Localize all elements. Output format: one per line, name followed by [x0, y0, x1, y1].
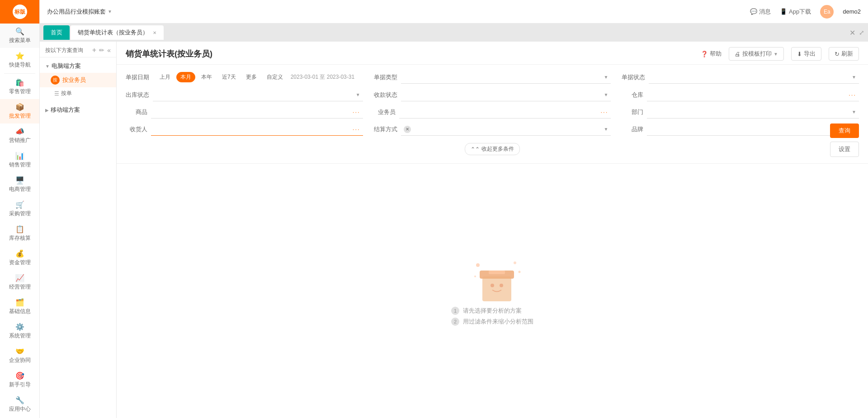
sidebar-item-newcomer-label: 新手引导 — [9, 381, 31, 389]
sidebar-item-marketing[interactable]: 📣 营销推广 — [0, 124, 39, 148]
sidebar-item-ecommerce-label: 电商管理 — [9, 185, 31, 193]
sidebar-item-finance-label: 资金管理 — [9, 259, 31, 266]
doc-type-label: 单据类型 — [374, 73, 397, 81]
scheme-group-mobile-header[interactable]: ▶ 移动端方案 — [40, 103, 116, 117]
sidebar-item-operations[interactable]: 📈 经营管理 — [0, 270, 39, 294]
sidebar-item-sales[interactable]: 📊 销售管理 — [0, 148, 39, 172]
settlement-input[interactable]: ✕ ▼ — [401, 123, 611, 136]
page-actions: ❓ 帮助 🖨 按模板打印 ▼ ⬇ 导出 ↻ 刷新 — [701, 47, 859, 61]
settlement-clear-icon[interactable]: ✕ — [404, 126, 411, 133]
sidebar-item-purchase-label: 采购管理 — [9, 210, 31, 218]
settings-button[interactable]: 设置 — [830, 142, 859, 157]
salesperson-dots-icon: ··· — [601, 109, 609, 115]
scheme-item-salesperson[interactable]: 按 按业务员 — [40, 73, 116, 87]
doc-type-input[interactable]: ▼ — [401, 71, 611, 84]
date-btn-more[interactable]: 更多 — [242, 72, 261, 82]
tip-text-2: 用过滤条件来缩小分析范围 — [463, 318, 533, 326]
filter-item-brand: 品牌 ··· — [622, 123, 859, 136]
sidebar-item-newcomer[interactable]: 🎯 新手引导 — [0, 368, 39, 392]
date-btn-this-month[interactable]: 本月 — [176, 72, 195, 82]
empty-state: 1 请先选择要分析的方案 2 用过滤条件来缩小分析范围 — [117, 164, 868, 418]
account-selector[interactable]: 办公用品行业模拟账套 ▼ — [47, 8, 112, 16]
date-range-text: 2023-03-01 至 2023-03-31 — [291, 73, 354, 81]
goods-label: 商品 — [126, 108, 147, 116]
right-panel-inner: 查询 设置 单据日期 上月 本月 本年 — [117, 65, 868, 418]
out-status-label: 出库状态 — [126, 91, 149, 99]
collapse-button[interactable]: ⌃⌃ 收起更多条件 — [465, 143, 520, 155]
app-download-button[interactable]: 📱 App下载 — [780, 8, 811, 16]
doc-status-label: 单据状态 — [622, 73, 645, 81]
filter-item-dept: 部门 ▼ — [622, 106, 859, 119]
out-status-input[interactable]: ▼ — [153, 89, 363, 101]
sidebar-item-app-center[interactable]: 🔧 应用中心 — [0, 392, 39, 417]
add-scheme-icon[interactable]: + — [92, 46, 96, 54]
date-btn-custom[interactable]: 自定义 — [263, 72, 287, 82]
sidebar-item-inventory[interactable]: 📋 库存核算 — [0, 221, 39, 246]
tab-close-icon[interactable]: ✕ — [849, 28, 855, 37]
svg-point-6 — [474, 276, 476, 277]
filter-item-doc-type: 单据类型 ▼ — [374, 71, 611, 84]
sidebar-item-system[interactable]: ⚙️ 系统管理 — [0, 319, 39, 343]
filter-item-salesperson: 业务员 ··· — [374, 106, 611, 119]
scheme-sub-item-order[interactable]: ☰ 按单 — [40, 87, 116, 100]
tab-sales-stat-close[interactable]: ✕ — [153, 30, 156, 35]
scheme-group-pc-label: 电脑端方案 — [52, 62, 81, 70]
receiver-input[interactable]: ··· — [151, 123, 363, 136]
svg-point-8 — [500, 284, 503, 287]
goods-input[interactable]: ··· — [151, 106, 363, 119]
collapse-up-icon: ⌃⌃ — [471, 146, 480, 152]
sidebar-item-search[interactable]: 🔍 搜索菜单 — [0, 24, 39, 48]
sidebar: 标版 🔍 搜索菜单 ⭐ 快捷导航 🛍️ 零售管理 📦 批发管理 📣 营销推广 📊… — [0, 0, 40, 418]
payment-status-input[interactable]: ▼ — [401, 89, 611, 101]
left-panel-actions: + ✏ « — [92, 46, 111, 54]
print-button[interactable]: 🖨 按模板打印 ▼ — [729, 47, 784, 61]
export-button[interactable]: ⬇ 导出 — [791, 47, 821, 61]
warehouse-input[interactable]: ··· — [647, 89, 859, 101]
salesperson-input[interactable]: ··· — [399, 106, 611, 119]
sidebar-item-retail[interactable]: 🛍️ 零售管理 — [0, 75, 39, 99]
warehouse-label: 仓库 — [622, 91, 643, 99]
date-btn-last7[interactable]: 近7天 — [218, 72, 240, 82]
dept-input[interactable]: ▼ — [647, 106, 859, 119]
filter-item-payment-status: 收款状态 ▼ — [374, 89, 611, 101]
refresh-button[interactable]: ↻ 刷新 — [829, 47, 859, 61]
scheme-group-pc: ▼ 电脑端方案 按 按业务员 ☰ 按单 — [40, 57, 116, 101]
sidebar-item-purchase[interactable]: 🛒 采购管理 — [0, 197, 39, 221]
logo-area: 标版 — [0, 0, 39, 24]
message-button[interactable]: 💬 消息 — [750, 8, 771, 16]
date-input[interactable]: 上月 本月 本年 近7天 更多 自定义 2023-03-01 至 2023-03… — [153, 70, 363, 84]
sidebar-item-retail-label: 零售管理 — [9, 88, 31, 95]
scheme-group-pc-header[interactable]: ▼ 电脑端方案 — [40, 59, 116, 73]
sidebar-item-finance[interactable]: 💰 资金管理 — [0, 246, 39, 270]
brand-input[interactable]: ··· — [647, 123, 859, 136]
query-button[interactable]: 查询 — [830, 124, 859, 138]
edit-scheme-icon[interactable]: ✏ — [99, 47, 104, 54]
sidebar-item-wholesale[interactable]: 📦 批发管理 — [0, 99, 39, 124]
date-btn-this-year[interactable]: 本年 — [197, 72, 216, 82]
sidebar-item-app-center-label: 应用中心 — [9, 405, 31, 413]
sidebar-item-marketing-label: 营销推广 — [9, 137, 31, 144]
topbar-left: 办公用品行业模拟账套 ▼ — [47, 8, 112, 16]
tab-sales-stat[interactable]: 销货单统计表（按业务员） ✕ — [71, 25, 164, 40]
logo-abbr: 标版 — [14, 8, 25, 16]
tab-home-label: 首页 — [51, 28, 62, 37]
date-btn-last-month[interactable]: 上月 — [156, 72, 175, 82]
help-button[interactable]: ❓ 帮助 — [701, 50, 722, 58]
sidebar-item-quick-nav[interactable]: ⭐ 快捷导航 — [0, 48, 39, 72]
sidebar-item-ecommerce[interactable]: 🖥️ 电商管理 — [0, 172, 39, 197]
user-avatar-text: Ea — [824, 9, 830, 15]
scheme-item-salesperson-icon: 按 — [51, 76, 60, 85]
collapse-panel-icon[interactable]: « — [107, 47, 111, 54]
doc-status-input[interactable]: ▼ — [649, 71, 859, 84]
filter-item-doc-status: 单据状态 ▼ — [622, 71, 859, 84]
empty-tip-2: 2 用过滤条件来缩小分析范围 — [451, 318, 533, 326]
tab-home[interactable]: 首页 — [43, 25, 70, 40]
user-avatar[interactable]: Ea — [820, 5, 834, 19]
receiver-dots-icon: ··· — [353, 126, 360, 133]
receiver-label: 收货人 — [126, 125, 147, 133]
sidebar-item-basic[interactable]: 🗂️ 基础信息 — [0, 294, 39, 319]
scheme-group-mobile-label: 移动端方案 — [51, 106, 80, 114]
sidebar-item-enterprise[interactable]: 🤝 企业协同 — [0, 343, 39, 368]
svg-rect-0 — [482, 276, 511, 301]
tab-expand-icon[interactable]: ⤢ — [859, 29, 864, 36]
